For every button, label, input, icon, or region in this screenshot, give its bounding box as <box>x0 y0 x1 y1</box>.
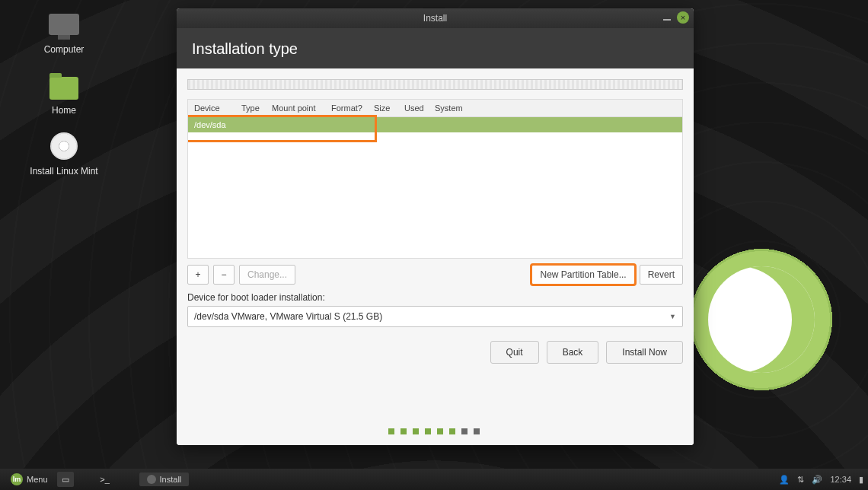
change-partition-button[interactable]: Change... <box>239 265 295 285</box>
desktop-icon-label: Home <box>15 105 113 116</box>
partition-table: Device Type Mount point Format? Size Use… <box>187 99 683 259</box>
bootloader-value: /dev/sda VMware, VMware Virtual S (21.5 … <box>194 311 382 322</box>
taskbar: lm Menu ▭ >_ Install 👤 ⇅ 🔊 12:34 ▮ <box>0 469 868 490</box>
col-system[interactable]: System <box>429 100 682 116</box>
nav-buttons: Quit Back Install Now <box>187 341 683 364</box>
show-desktop-button[interactable]: ▭ <box>57 472 74 487</box>
col-format[interactable]: Format? <box>325 100 368 116</box>
col-mount-point[interactable]: Mount point <box>266 100 325 116</box>
highlight-annotation <box>187 115 377 142</box>
installer-window: Install × Installation type Device Type … <box>177 8 694 445</box>
add-partition-button[interactable]: + <box>187 265 209 285</box>
desktop-icon-label: Install Linux Mint <box>15 166 113 177</box>
disc-icon <box>50 132 78 160</box>
bootloader-label: Device for boot loader installation: <box>187 292 683 303</box>
back-button[interactable]: Back <box>547 341 599 364</box>
col-size[interactable]: Size <box>368 100 398 116</box>
desktop-icon-label: Computer <box>15 44 113 55</box>
close-button[interactable]: × <box>677 11 689 24</box>
install-now-button[interactable]: Install Now <box>606 341 683 364</box>
desktop-icon-home[interactable]: Home <box>15 70 113 116</box>
minimize-button[interactable] <box>663 19 671 21</box>
col-type[interactable]: Type <box>235 100 266 116</box>
bootloader-select[interactable]: /dev/sda VMware, VMware Virtual S (21.5 … <box>187 306 683 327</box>
partition-toolbar: + − Change... New Partition Table... Rev… <box>187 265 683 285</box>
chevron-down-icon: ▼ <box>669 313 676 320</box>
quit-button[interactable]: Quit <box>490 341 539 364</box>
app-icon <box>147 475 156 484</box>
revert-button[interactable]: Revert <box>640 265 683 285</box>
user-icon[interactable]: 👤 <box>779 475 790 485</box>
window-title: Install <box>423 13 447 24</box>
remove-partition-button[interactable]: − <box>213 265 235 285</box>
desktop-icons: Computer Home Install Linux Mint <box>15 9 113 177</box>
new-partition-table-button[interactable]: New Partition Table... <box>531 265 634 285</box>
network-icon[interactable]: ⇅ <box>797 475 804 485</box>
taskbar-item-label: Install <box>160 475 182 484</box>
clock[interactable]: 12:34 <box>830 475 851 484</box>
firefox-launcher[interactable] <box>77 472 94 487</box>
files-launcher[interactable] <box>116 472 133 487</box>
step-indicator <box>0 424 868 438</box>
computer-icon <box>49 14 79 35</box>
folder-icon <box>49 77 78 100</box>
desktop-icon-install[interactable]: Install Linux Mint <box>15 131 113 177</box>
titlebar[interactable]: Install × <box>177 8 694 28</box>
taskbar-item-install[interactable]: Install <box>139 473 190 486</box>
menu-button[interactable]: lm Menu <box>5 471 54 488</box>
col-used[interactable]: Used <box>398 100 429 116</box>
volume-icon[interactable]: 🔊 <box>812 475 822 485</box>
partition-usage-bar <box>187 79 683 90</box>
mint-logo-icon: lm <box>11 473 23 485</box>
terminal-icon: >_ <box>100 475 110 484</box>
col-device[interactable]: Device <box>188 100 235 116</box>
desktop-icon-computer[interactable]: Computer <box>15 9 113 55</box>
system-tray: 👤 ⇅ 🔊 12:34 ▮ <box>779 475 863 485</box>
tray-expand-icon[interactable]: ▮ <box>859 475 863 485</box>
terminal-launcher[interactable]: >_ <box>97 472 113 487</box>
menu-label: Menu <box>27 475 48 484</box>
page-title: Installation type <box>177 28 694 68</box>
